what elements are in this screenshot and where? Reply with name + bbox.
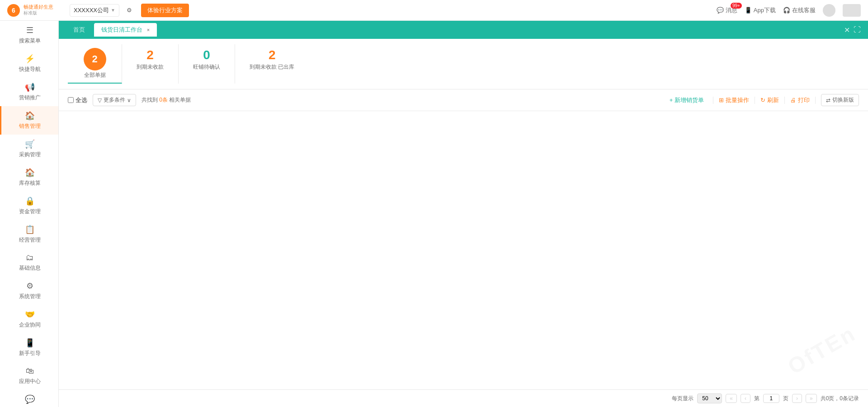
inventory-icon: 🏠 (25, 168, 35, 178)
filter-icon: ▽ (98, 97, 102, 103)
sidebar-item-quick-nav[interactable]: ⚡ 快捷导航 (0, 49, 58, 78)
message-btn[interactable]: 💬 消息 99+ (717, 6, 737, 14)
message-icon: 💬 (717, 7, 724, 14)
system-icon: ⚙ (26, 281, 33, 291)
summary-num-all: 2 (84, 48, 106, 70)
sidebar-label-operations: 经营管理 (19, 236, 41, 244)
user-info[interactable] (843, 4, 861, 17)
sidebar-item-search-menu[interactable]: ☰ 搜索菜单 (0, 21, 58, 49)
print-icon: 🖨 (790, 97, 796, 103)
sidebar-item-sales[interactable]: 🏠 销售管理 (0, 106, 58, 135)
sidebar-label-basic-info: 基础信息 (19, 264, 41, 272)
lightning-icon: ⚡ (25, 54, 35, 64)
refresh-icon: ↻ (760, 97, 765, 103)
divider-4 (815, 97, 816, 104)
sidebar-item-marketing[interactable]: 📢 营销推广 (0, 78, 58, 106)
sidebar-label-sales: 销售管理 (19, 122, 41, 130)
sidebar-item-enterprise[interactable]: 🤝 企业协同 (0, 305, 58, 333)
found-suffix: 相关单据 (169, 97, 191, 103)
divider-1 (713, 97, 713, 104)
sidebar-item-system[interactable]: ⚙ 系统管理 (0, 276, 58, 305)
sidebar-label-quick-nav: 快捷导航 (19, 65, 41, 73)
select-all-checkbox[interactable]: 全选 (68, 96, 87, 104)
sidebar-item-finance[interactable]: 🔒 资金管理 (0, 192, 58, 220)
tab-close-icon[interactable]: × (147, 27, 150, 33)
sidebar-item-guide[interactable]: 📱 新手引导 (0, 333, 58, 362)
tab-bar: 首页 钱货日清工作台 × ✕ ⛶ (59, 21, 868, 39)
app-download-btn[interactable]: 📱 App下载 (745, 6, 776, 14)
header-right: 💬 消息 99+ 📱 App下载 🎧 在线客服 (717, 4, 861, 17)
sidebar-label-guide: 新手引导 (19, 350, 41, 357)
sidebar-label-marketing: 营销推广 (19, 94, 41, 102)
batch-btn[interactable]: ⊞ 批量操作 (719, 96, 749, 104)
operations-icon: 📋 (25, 225, 35, 234)
trial-button[interactable]: 体验行业方案 (141, 4, 189, 17)
table-area: OfTEn (59, 111, 868, 389)
tab-home[interactable]: 首页 (66, 23, 92, 37)
sidebar-item-inventory[interactable]: 🏠 库存核算 (0, 163, 58, 192)
batch-icon: ⊞ (719, 97, 724, 103)
main-content: 首页 钱货日清工作台 × ✕ ⛶ 2 全部单据 2 到期未收款 (59, 21, 868, 407)
sidebar-item-purchase[interactable]: 🛒 采购管理 (0, 135, 58, 163)
summary-label-overdue: 到期未收款 (137, 63, 164, 71)
select-all-label: 全选 (75, 96, 87, 104)
window-close-btn[interactable]: ✕ (844, 26, 850, 34)
tab-current[interactable]: 钱货日清工作台 × (94, 23, 157, 37)
page-suffix: 页 (783, 395, 788, 402)
per-page-label: 每页显示 (672, 395, 693, 402)
marketing-icon: 📢 (25, 82, 35, 92)
refresh-label: 刷新 (767, 96, 779, 104)
settings-icon[interactable]: ⚙ (123, 4, 136, 17)
found-count: 0条 (159, 97, 168, 103)
next-page-btn[interactable]: › (792, 394, 802, 403)
add-btn[interactable]: + 新增销货单 (666, 94, 708, 106)
sidebar-item-basic-info[interactable]: 🗂 基础信息 (0, 248, 58, 276)
switch-version-btn[interactable]: ⇄ 切换新版 (821, 94, 859, 106)
summary-card-all[interactable]: 2 全部单据 (68, 44, 122, 84)
summary-num-overdue: 2 (146, 48, 154, 62)
filter-chevron-icon: ∨ (127, 97, 131, 103)
guide-icon: 📱 (25, 338, 35, 348)
company-name: XXXXXX公司 (74, 6, 109, 14)
watermark: OfTEn (783, 321, 860, 379)
online-service-btn[interactable]: 🎧 在线客服 (783, 6, 816, 14)
refresh-btn[interactable]: ↻ 刷新 (760, 96, 779, 104)
pagination: 每页显示 50 100 200 « ‹ 第 页 › » 共0页，0条记录 (59, 389, 868, 407)
window-maximize-btn[interactable]: ⛶ (854, 26, 861, 34)
enterprise-icon: 🤝 (25, 309, 35, 319)
toolbar-right: + 新增销货单 ⊞ 批量操作 ↻ 刷新 🖨 打印 (666, 94, 859, 106)
summary-num-unshipped: 2 (269, 48, 276, 62)
sidebar-item-app-center[interactable]: 🛍 应用中心 (0, 362, 58, 390)
avatar[interactable] (823, 4, 835, 17)
last-page-btn[interactable]: » (806, 394, 817, 403)
company-selector[interactable]: XXXXXX公司 ▼ (70, 4, 119, 17)
summary-card-unshipped[interactable]: 2 到期未收款 已出库 (235, 44, 309, 84)
summary-num-pending: 0 (203, 48, 210, 62)
switch-icon: ⇄ (826, 97, 830, 103)
sidebar-item-wechat[interactable]: 💬 企业微信 (0, 390, 58, 407)
summary-cards: 2 全部单据 2 到期未收款 0 旺铺待确认 2 到期未收款 已出库 (59, 39, 868, 89)
wechat-icon: 💬 (25, 394, 35, 404)
online-service-label: 在线客服 (792, 6, 816, 14)
per-page-select[interactable]: 50 100 200 (697, 393, 722, 403)
select-all-input[interactable] (68, 97, 74, 103)
switch-label: 切换新版 (832, 96, 854, 104)
filter-label: 更多条件 (104, 96, 125, 104)
page-number-input[interactable] (763, 394, 779, 403)
app-download-label: App下载 (754, 6, 776, 14)
summary-card-pending[interactable]: 0 旺铺待确认 (179, 44, 235, 84)
sidebar: ☰ 搜索菜单 ⚡ 快捷导航 📢 营销推广 🏠 销售管理 🛒 采购管理 🏠 库存核… (0, 21, 59, 407)
filter-button[interactable]: ▽ 更多条件 ∨ (93, 94, 136, 106)
summary-card-overdue[interactable]: 2 到期未收款 (122, 44, 179, 84)
summary-label-all: 全部单据 (84, 71, 106, 79)
chevron-down-icon: ▼ (111, 8, 115, 13)
toolbar-left: 全选 ▽ 更多条件 ∨ 共找到 0条 相关单据 (68, 94, 660, 106)
sidebar-label-enterprise: 企业协同 (19, 321, 41, 329)
purchase-icon: 🛒 (25, 139, 35, 149)
first-page-btn[interactable]: « (726, 394, 737, 403)
prev-page-btn[interactable]: ‹ (741, 394, 750, 403)
finance-icon: 🔒 (25, 196, 35, 206)
print-btn[interactable]: 🖨 打印 (790, 96, 810, 104)
message-badge: 99+ (731, 3, 742, 9)
sidebar-item-operations[interactable]: 📋 经营管理 (0, 220, 58, 248)
